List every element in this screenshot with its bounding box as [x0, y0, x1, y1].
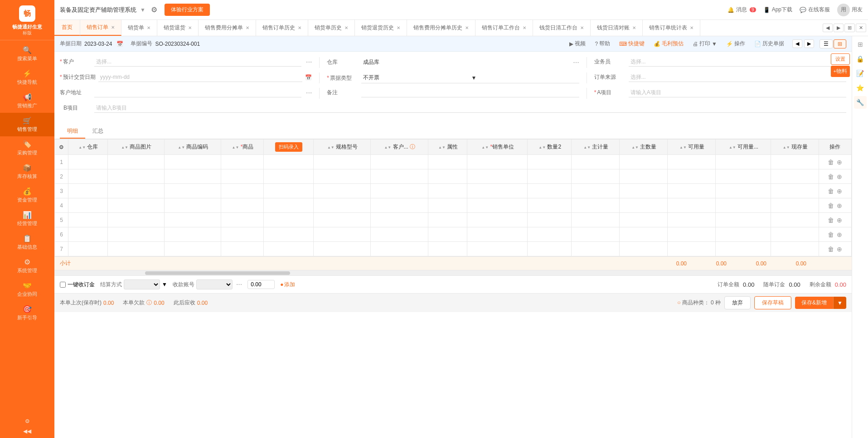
scrollbar-track[interactable]: [145, 271, 290, 275]
col-info-icon[interactable]: ⓘ: [410, 144, 415, 150]
add-material-btn[interactable]: +物料: [831, 66, 850, 77]
row-property[interactable]: [428, 155, 467, 169]
settlement-select[interactable]: [124, 279, 160, 289]
delete-row-btn[interactable]: 🗑: [827, 217, 835, 224]
row-spec[interactable]: [314, 155, 370, 169]
copy-row-btn[interactable]: ⊕: [836, 188, 843, 195]
sidebar-item-inventory[interactable]: 📦 库存核算: [0, 160, 54, 183]
right-panel-btn-1[interactable]: ⊞: [854, 38, 867, 51]
customer-input[interactable]: [94, 57, 301, 67]
row-qty2[interactable]: [528, 155, 572, 169]
tab-close-all-btn[interactable]: ✕: [856, 24, 866, 32]
sidebar-item-purchase[interactable]: 🏷️ 采购管理: [0, 136, 54, 160]
customer-dots[interactable]: ···: [306, 58, 312, 66]
save-new-dropdown-btn[interactable]: ▼: [833, 297, 846, 309]
tab-invoice-history[interactable]: 销货单历史 ✕: [308, 20, 355, 36]
tab-close-icon[interactable]: ✕: [632, 25, 636, 30]
one-click-checkbox[interactable]: [60, 282, 66, 288]
tab-close-icon[interactable]: ✕: [246, 25, 249, 30]
info-icon[interactable]: ⓘ: [146, 299, 152, 307]
calendar-icon[interactable]: 📅: [116, 41, 123, 47]
row-scan[interactable]: [264, 155, 314, 169]
tab-daily-reconcile[interactable]: 钱货日清对账 ✕: [591, 20, 643, 36]
row-main-unit[interactable]: [572, 155, 620, 169]
detail-tab-detail[interactable]: 明细: [60, 125, 85, 139]
app-dropdown-arrow[interactable]: ▼: [140, 7, 145, 13]
settings-side-btn[interactable]: 设置: [831, 53, 850, 65]
tab-prev-btn[interactable]: ◀: [823, 24, 833, 32]
right-panel-btn-2[interactable]: 🔒: [854, 53, 867, 65]
copy-row-btn[interactable]: ⊕: [836, 202, 843, 209]
next-record-btn[interactable]: ▶: [804, 39, 814, 48]
save-draft-button[interactable]: 保存草稿: [754, 296, 791, 309]
row-product[interactable]: [221, 155, 263, 169]
payment-amount-input[interactable]: [247, 280, 275, 289]
scan-button[interactable]: 扫码录入: [275, 142, 302, 152]
delete-row-btn[interactable]: 🗑: [827, 202, 835, 209]
tab-sales-invoice[interactable]: 销货单 ✕: [121, 20, 157, 36]
print-dropdown-icon[interactable]: ▼: [712, 41, 717, 47]
row-warehouse[interactable]: [68, 155, 108, 169]
sidebar-item-quicknav[interactable]: ⚡ 快捷导航: [0, 66, 54, 89]
user-btn[interactable]: 用 用友: [837, 4, 863, 16]
tab-more-btn[interactable]: ⊞: [844, 24, 855, 32]
tab-close-icon[interactable]: ✕: [465, 25, 469, 30]
warehouse-dots[interactable]: ···: [573, 58, 579, 67]
list-view-btn[interactable]: ☰: [820, 39, 833, 48]
app-download-btn[interactable]: 📱 App下载: [763, 6, 792, 14]
help-btn[interactable]: ? 帮助: [592, 39, 613, 48]
view-btn[interactable]: ▶ 视频: [567, 39, 588, 48]
shortcut-btn[interactable]: ⌨ 快捷键: [616, 39, 647, 48]
account-select[interactable]: [196, 279, 233, 289]
tab-close-icon[interactable]: ✕: [147, 25, 150, 30]
product-count-icon[interactable]: ○: [677, 299, 680, 306]
address-input[interactable]: [94, 88, 301, 97]
delete-row-btn[interactable]: 🗑: [827, 173, 835, 180]
copy-row-btn[interactable]: ⊕: [836, 217, 843, 224]
sidebar-item-guide[interactable]: 🎯 新手引导: [0, 301, 54, 325]
delivery-date-input[interactable]: [98, 72, 303, 82]
address-dots[interactable]: ···: [306, 89, 312, 97]
sidebar-item-enterprise[interactable]: 🤝 企业协同: [0, 278, 54, 301]
profit-btn[interactable]: 💰 毛利预估: [651, 39, 686, 48]
copy-row-btn[interactable]: ⊕: [836, 245, 843, 253]
copy-row-btn[interactable]: ⊕: [836, 173, 843, 180]
sidebar-settings[interactable]: ⚙: [25, 418, 30, 424]
sidebar-item-search[interactable]: 🔍 搜索菜单: [0, 42, 54, 66]
tab-return-history[interactable]: 销货退货历史 ✕: [355, 20, 407, 36]
form-view-btn[interactable]: ⊞: [834, 39, 846, 48]
print-btn[interactable]: 🖨 打印 ▼: [690, 39, 720, 48]
tab-close-icon[interactable]: ✕: [580, 25, 584, 30]
right-panel-btn-3[interactable]: 📝: [854, 67, 867, 80]
tab-close-icon[interactable]: ✕: [690, 25, 693, 30]
row-available[interactable]: [668, 155, 716, 169]
row-image[interactable]: [107, 155, 164, 169]
delete-row-btn[interactable]: 🗑: [827, 245, 835, 253]
delivery-calendar-icon[interactable]: 📅: [305, 74, 312, 81]
tab-home[interactable]: 首页: [54, 20, 80, 36]
discard-button[interactable]: 放弃: [724, 296, 751, 309]
tab-sales-order[interactable]: 销售订单 ✕: [80, 20, 121, 36]
add-payment-btn[interactable]: ● 添加: [280, 281, 295, 289]
copy-row-btn[interactable]: ⊕: [836, 231, 843, 238]
right-panel-btn-5[interactable]: 🔧: [854, 96, 867, 109]
prev-record-btn[interactable]: ◀: [792, 39, 802, 48]
delete-row-btn[interactable]: 🗑: [827, 231, 835, 238]
row-stock[interactable]: [771, 155, 819, 169]
tab-next-btn[interactable]: ▶: [834, 24, 844, 32]
history-btn[interactable]: 📄 历史单据: [752, 39, 787, 48]
sidebar-item-system[interactable]: ⚙ 系统管理: [0, 254, 54, 278]
delete-row-btn[interactable]: 🗑: [827, 188, 835, 195]
app-settings-icon[interactable]: ⚙: [151, 5, 157, 14]
tab-close-icon[interactable]: ✕: [344, 25, 348, 30]
memo-input[interactable]: [361, 88, 579, 97]
tab-close-icon[interactable]: ✕: [111, 25, 115, 30]
tab-close-icon[interactable]: ✕: [523, 25, 526, 30]
tab-close-icon[interactable]: ✕: [397, 25, 400, 30]
sidebar-item-operations[interactable]: 📊 经营管理: [0, 207, 54, 231]
online-service-btn[interactable]: 💬 在线客服: [800, 6, 830, 14]
tab-sales-expense[interactable]: 销售费用分摊单 ✕: [199, 20, 256, 36]
col-scan[interactable]: 扫码录入: [264, 140, 314, 155]
copy-row-btn[interactable]: ⊕: [836, 159, 843, 166]
tab-daily-workbench[interactable]: 钱货日清工作台 ✕: [533, 20, 591, 36]
